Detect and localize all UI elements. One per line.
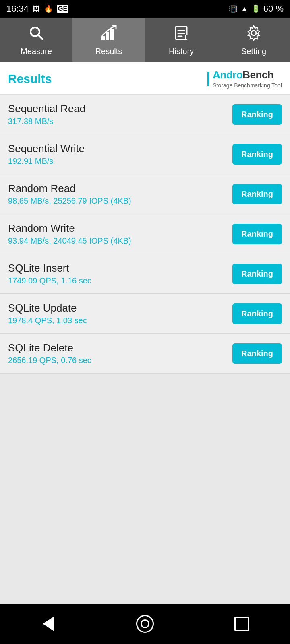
brand-text: AndroBench Storage Benchmarking Tool [213, 69, 282, 89]
content-spacer [0, 489, 290, 604]
result-info-sqlite-insert: SQLite Insert 1749.09 QPS, 1.16 sec [8, 262, 91, 285]
bottom-nav-bar [0, 604, 290, 644]
status-left: 16:34 🖼 🔥 GE [6, 4, 68, 14]
result-info-rand-read: Random Read 98.65 MB/s, 25256.79 IOPS (4… [8, 182, 131, 206]
photo-icon: 🖼 [33, 5, 40, 13]
result-name-sqlite-insert: SQLite Insert [8, 262, 91, 275]
result-item-rand-write: Random Write 93.94 MB/s, 24049.45 IOPS (… [0, 214, 290, 254]
result-item-sqlite-update: SQLite Update 1978.4 QPS, 1.03 sec Ranki… [0, 294, 290, 334]
result-value-seq-write: 192.91 MB/s [8, 157, 85, 166]
results-title-text: Results [8, 72, 52, 86]
flame-icon: 🔥 [44, 4, 53, 13]
brand-logo: AndroBench Storage Benchmarking Tool [207, 69, 282, 89]
result-name-rand-read: Random Read [8, 182, 131, 195]
results-label: Results [95, 47, 122, 56]
result-info-sqlite-update: SQLite Update 1978.4 QPS, 1.03 sec [8, 302, 87, 325]
history-label: History [169, 47, 194, 56]
status-right: 📳 ▲ 🔋 60 % [229, 4, 284, 14]
setting-icon [246, 25, 262, 43]
result-value-rand-write: 93.94 MB/s, 24049.45 IOPS (4KB) [8, 236, 131, 246]
brand-accent-bar [207, 72, 209, 86]
result-name-sqlite-update: SQLite Update [8, 302, 87, 314]
results-header: Results AndroBench Storage Benchmarking … [0, 62, 290, 95]
result-info-seq-read: Sequential Read 317.38 MB/s [8, 103, 85, 126]
status-time: 16:34 [6, 4, 29, 14]
back-button[interactable] [36, 612, 60, 636]
ge-icon: GE [57, 5, 68, 13]
svg-rect-3 [106, 32, 109, 40]
ranking-button-sqlite-update[interactable]: Ranking [232, 303, 282, 324]
battery-icon: 🔋 [251, 4, 260, 13]
history-icon [173, 25, 189, 43]
tab-measure[interactable]: Measure [0, 18, 72, 62]
measure-label: Measure [21, 47, 52, 56]
brand-tagline: Storage Benchmarking Tool [213, 82, 282, 89]
result-value-sqlite-delete: 2656.19 QPS, 0.76 sec [8, 356, 91, 365]
result-item-seq-write: Sequential Write 192.91 MB/s Ranking [0, 134, 290, 174]
result-item-rand-read: Random Read 98.65 MB/s, 25256.79 IOPS (4… [0, 174, 290, 214]
results-list: Sequential Read 317.38 MB/s Ranking Sequ… [0, 95, 290, 489]
brand-name: AndroBench [213, 69, 273, 81]
home-button[interactable] [133, 612, 157, 636]
result-info-seq-write: Sequential Write 192.91 MB/s [8, 142, 85, 166]
result-item-sqlite-insert: SQLite Insert 1749.09 QPS, 1.16 sec Rank… [0, 254, 290, 294]
setting-label: Setting [241, 47, 266, 56]
svg-point-12 [251, 31, 256, 35]
status-bar: 16:34 🖼 🔥 GE 📳 ▲ 🔋 60 % [0, 0, 290, 18]
measure-icon [28, 25, 44, 43]
recents-button[interactable] [230, 612, 254, 636]
ranking-button-sqlite-insert[interactable]: Ranking [232, 264, 282, 284]
svg-rect-4 [110, 29, 114, 40]
result-item-seq-read: Sequential Read 317.38 MB/s Ranking [0, 95, 290, 134]
tab-history[interactable]: History [145, 18, 218, 62]
home-icon [136, 615, 154, 633]
result-value-seq-read: 317.38 MB/s [8, 117, 85, 126]
result-name-seq-read: Sequential Read [8, 103, 85, 115]
result-value-sqlite-update: 1978.4 QPS, 1.03 sec [8, 316, 87, 325]
nav-tabs: Measure Results History [0, 18, 290, 62]
recents-icon [234, 617, 249, 631]
result-name-seq-write: Sequential Write [8, 142, 85, 155]
back-icon [43, 617, 54, 631]
ranking-button-seq-write[interactable]: Ranking [232, 144, 282, 165]
battery-level: 60 % [263, 4, 284, 14]
wifi-icon: ▲ [241, 5, 248, 13]
ranking-button-sqlite-delete[interactable]: Ranking [232, 343, 282, 364]
result-value-rand-read: 98.65 MB/s, 25256.79 IOPS (4KB) [8, 196, 131, 206]
vibrate-icon: 📳 [229, 4, 238, 13]
svg-rect-2 [102, 36, 105, 40]
result-info-rand-write: Random Write 93.94 MB/s, 24049.45 IOPS (… [8, 222, 131, 246]
result-value-sqlite-insert: 1749.09 QPS, 1.16 sec [8, 276, 91, 285]
ranking-button-rand-write[interactable]: Ranking [232, 224, 282, 244]
ranking-button-rand-read[interactable]: Ranking [232, 184, 282, 204]
result-info-sqlite-delete: SQLite Delete 2656.19 QPS, 0.76 sec [8, 342, 91, 365]
result-name-sqlite-delete: SQLite Delete [8, 342, 91, 354]
result-item-sqlite-delete: SQLite Delete 2656.19 QPS, 0.76 sec Rank… [0, 334, 290, 374]
tab-results[interactable]: Results [72, 18, 145, 62]
result-name-rand-write: Random Write [8, 222, 131, 235]
tab-setting[interactable]: Setting [218, 18, 290, 62]
svg-line-1 [38, 35, 43, 39]
ranking-button-seq-read[interactable]: Ranking [232, 104, 282, 125]
results-icon [101, 25, 117, 43]
